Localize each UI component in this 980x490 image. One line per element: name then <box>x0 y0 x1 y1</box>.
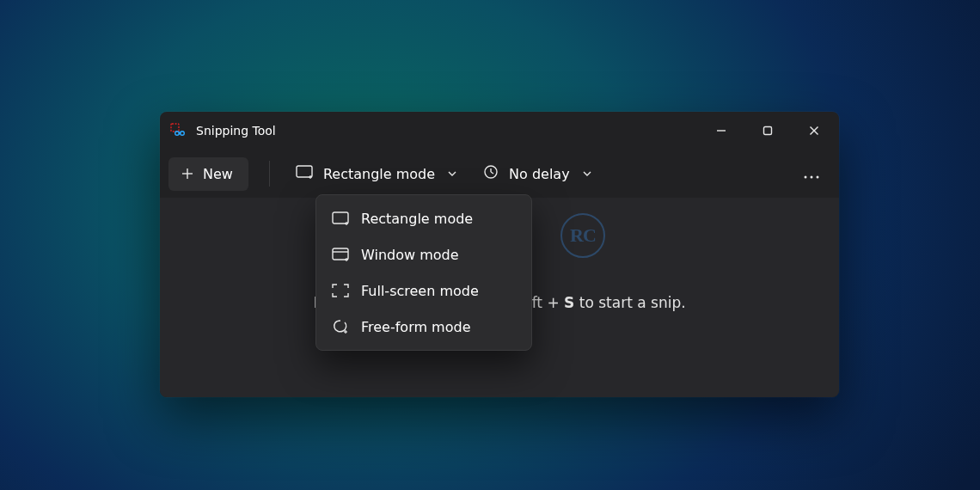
clock-icon <box>483 164 499 183</box>
app-window: Snipping Tool New Rectangle mode <box>160 112 839 397</box>
mode-dropdown-label: Rectangle mode <box>323 166 435 182</box>
window-controls <box>698 112 837 150</box>
minimize-button[interactable] <box>698 112 744 150</box>
new-button-label: New <box>203 166 233 182</box>
maximize-button[interactable] <box>744 112 791 150</box>
app-title: Snipping Tool <box>196 124 276 138</box>
mode-menu-item-freeform[interactable]: Free-form mode <box>320 309 528 345</box>
delay-dropdown[interactable]: No delay <box>475 157 601 190</box>
freeform-icon <box>332 318 349 335</box>
mode-menu-item-label: Rectangle mode <box>361 211 473 227</box>
mode-menu-item-window[interactable]: Window mode <box>320 236 528 273</box>
svg-point-18 <box>811 175 813 178</box>
toolbar-divider <box>269 161 270 187</box>
svg-point-2 <box>181 132 185 136</box>
svg-rect-20 <box>333 212 348 224</box>
new-button[interactable]: New <box>168 157 248 191</box>
svg-rect-23 <box>333 248 348 260</box>
toolbar: New Rectangle mode No delay <box>160 150 839 198</box>
svg-line-16 <box>491 172 493 174</box>
svg-point-1 <box>175 132 180 136</box>
watermark: RC <box>560 213 605 258</box>
mode-menu-item-label: Window mode <box>361 247 459 263</box>
mode-menu: Rectangle mode Window mode Full-screen m… <box>315 194 532 351</box>
window-icon <box>332 246 349 263</box>
svg-point-19 <box>817 175 819 178</box>
svg-rect-0 <box>171 124 179 132</box>
hint-key: S <box>564 294 574 311</box>
mode-dropdown[interactable]: Rectangle mode <box>287 158 466 189</box>
mode-menu-item-label: Free-form mode <box>361 319 471 335</box>
delay-dropdown-label: No delay <box>509 166 570 182</box>
svg-point-17 <box>805 175 807 178</box>
chevron-down-icon <box>582 166 592 182</box>
titlebar: Snipping Tool <box>160 112 839 150</box>
close-button[interactable] <box>791 112 837 150</box>
mode-menu-item-label: Full-screen mode <box>361 283 479 299</box>
svg-rect-6 <box>764 127 772 135</box>
svg-rect-11 <box>297 166 312 177</box>
rectangle-icon <box>332 210 349 227</box>
chevron-down-icon <box>447 166 457 182</box>
fullscreen-icon <box>332 282 349 299</box>
more-icon <box>804 166 819 182</box>
hint-suffix: to start a snip. <box>574 294 685 311</box>
mode-menu-item-rectangle[interactable]: Rectangle mode <box>320 200 528 236</box>
app-icon <box>170 123 186 138</box>
more-button[interactable] <box>793 158 830 189</box>
plus-icon <box>181 167 194 181</box>
rectangle-icon <box>296 165 313 182</box>
mode-menu-item-fullscreen[interactable]: Full-screen mode <box>320 273 528 309</box>
